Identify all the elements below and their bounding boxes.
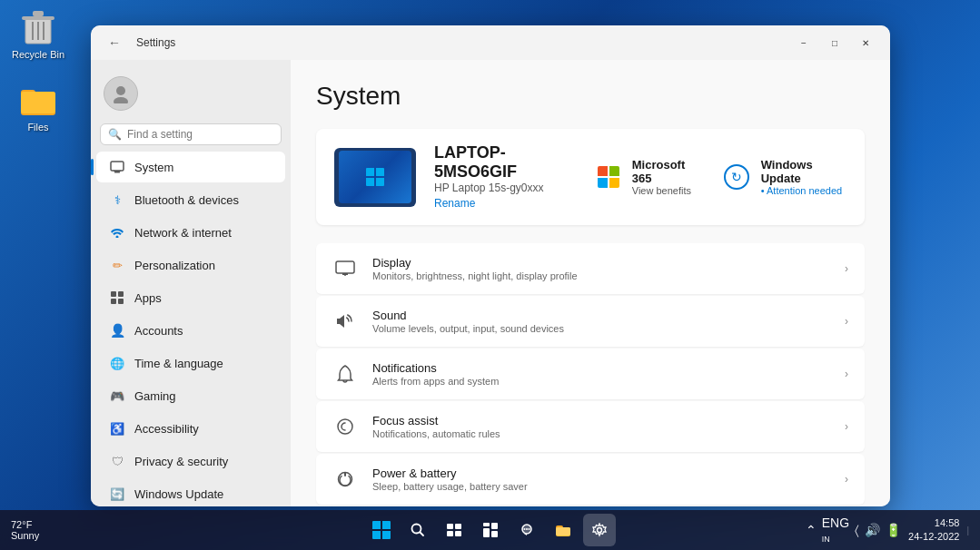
display-title: Display	[372, 256, 830, 270]
sound-text: Sound Volume levels, output, input, soun…	[372, 309, 830, 334]
language-region: IN	[822, 535, 830, 544]
rename-link[interactable]: Rename	[434, 197, 475, 210]
language-indicator[interactable]: ENG IN	[822, 516, 849, 545]
sidebar-item-privacy[interactable]: 🛡 Privacy & security	[96, 446, 285, 476]
privacy-icon: 🛡	[109, 453, 125, 469]
explorer-taskbar-button[interactable]	[547, 514, 579, 546]
battery-icon[interactable]: 🔋	[886, 523, 901, 537]
back-button[interactable]: ←	[102, 30, 127, 55]
start-logo	[372, 521, 391, 539]
sound-desc: Volume levels, output, input, sound devi…	[372, 323, 830, 334]
settings-item-sound[interactable]: Sound Volume levels, output, input, soun…	[316, 296, 865, 347]
sidebar-item-network[interactable]: Network & internet	[96, 217, 285, 248]
svg-rect-17	[111, 299, 116, 304]
settings-item-power[interactable]: Power & battery Sleep, battery usage, ba…	[316, 454, 865, 505]
windows-logo	[366, 168, 384, 186]
gaming-icon: 🎮	[109, 388, 125, 404]
sidebar-item-windows-update-label: Windows Update	[134, 487, 223, 501]
sidebar-item-gaming-label: Gaming	[134, 389, 176, 403]
svg-point-14	[116, 236, 119, 239]
chat-button[interactable]	[510, 514, 543, 546]
weather-condition: Sunny	[11, 530, 39, 541]
svg-rect-38	[491, 531, 498, 537]
laptop-preview	[334, 148, 416, 207]
sidebar-item-accounts[interactable]: 👤 Accounts	[96, 315, 285, 346]
sidebar-item-windows-update[interactable]: 🔄 Windows Update	[96, 478, 285, 506]
svg-point-22	[338, 419, 352, 434]
apps-icon	[109, 290, 125, 306]
display-chevron: ›	[845, 262, 848, 275]
taskbar-weather[interactable]: 72°F Sunny	[11, 519, 39, 541]
svg-rect-34	[455, 531, 461, 536]
time-display: 14:58	[908, 516, 959, 530]
focus-chevron: ›	[845, 420, 848, 433]
files-icon[interactable]: Files	[9, 82, 67, 133]
ms365-text: Microsoft 365 View benefits	[632, 158, 700, 196]
notifications-text: Notifications Alerts from apps and syste…	[372, 361, 830, 387]
search-icon: 🔍	[108, 128, 122, 141]
taskbar-center	[365, 514, 616, 546]
sidebar-item-system[interactable]: System	[96, 152, 285, 182]
settings-item-display[interactable]: Display Monitors, brightness, night ligh…	[316, 243, 865, 294]
sidebar-item-gaming[interactable]: 🎮 Gaming	[96, 380, 285, 411]
power-icon	[332, 467, 358, 492]
clock[interactable]: 14:58 24-12-2022	[908, 516, 959, 545]
language-text: ENG	[822, 516, 849, 530]
avatar[interactable]	[104, 76, 138, 111]
svg-rect-12	[114, 172, 120, 173]
speaker-icon[interactable]: 🔊	[865, 523, 880, 537]
sidebar-item-time-language[interactable]: 🌐 Time & language	[96, 348, 285, 378]
settings-taskbar-button[interactable]	[583, 514, 616, 546]
close-button[interactable]: ✕	[852, 33, 879, 53]
svg-rect-8	[21, 92, 55, 113]
taskbar-search-button[interactable]	[401, 514, 434, 546]
sidebar-item-bluetooth[interactable]: ⚕ Bluetooth & devices	[96, 184, 285, 215]
desktop: Recycle Bin Files ← Settings − □ ✕	[0, 0, 980, 550]
main-panel: System LAPTOP-5MSO6GIF HP Laptop 15s-gy0…	[291, 60, 890, 506]
settings-list: Display Monitors, brightness, night ligh…	[316, 243, 865, 506]
recycle-bin-icon[interactable]: Recycle Bin	[9, 9, 67, 60]
widgets-button[interactable]	[474, 514, 507, 546]
sidebar-item-accessibility[interactable]: ♿ Accessibility	[96, 413, 285, 444]
device-card-extras: Microsoft 365 View benefits ↻ Windows Up…	[593, 158, 846, 196]
wifi-icon[interactable]: 〈	[855, 523, 859, 538]
title-bar-controls: − □ ✕	[790, 33, 879, 53]
sidebar-user	[91, 67, 291, 123]
sidebar-item-apps-label: Apps	[134, 291, 162, 305]
taskbar-left: 72°F Sunny	[11, 519, 39, 541]
sidebar-item-bluetooth-label: Bluetooth & devices	[134, 193, 239, 207]
minimize-button[interactable]: −	[790, 33, 817, 53]
search-box[interactable]: 🔍	[100, 123, 282, 145]
title-bar-left: ← Settings	[102, 30, 175, 55]
svg-rect-16	[118, 291, 124, 297]
ms365-icon	[593, 161, 622, 193]
svg-point-40	[523, 528, 525, 530]
accessibility-icon: ♿	[109, 420, 125, 437]
svg-point-41	[526, 528, 528, 530]
show-desktop-button[interactable]: |	[966, 525, 969, 535]
svg-rect-37	[483, 528, 490, 537]
sidebar-item-time-label: Time & language	[134, 357, 223, 370]
start-button[interactable]	[365, 514, 398, 546]
update-text: Windows Update • Attention needed	[761, 158, 846, 196]
sidebar-item-network-label: Network & internet	[134, 226, 232, 240]
notifications-desc: Alerts from apps and system	[372, 376, 830, 387]
svg-rect-1	[22, 16, 54, 20]
display-text: Display Monitors, brightness, night ligh…	[372, 256, 830, 281]
sidebar-item-personalization[interactable]: ✏ Personalization	[96, 250, 285, 280]
settings-item-focus[interactable]: Focus assist Notifications, automatic ru…	[316, 401, 865, 452]
sidebar-item-apps[interactable]: Apps	[96, 282, 285, 313]
svg-line-30	[420, 533, 423, 536]
systray-up-arrow[interactable]: ⌃	[806, 523, 817, 537]
search-input[interactable]	[127, 128, 273, 141]
settings-item-notifications[interactable]: Notifications Alerts from apps and syste…	[316, 349, 865, 399]
task-view-button[interactable]	[438, 514, 470, 546]
maximize-button[interactable]: □	[821, 33, 848, 53]
title-bar: ← Settings − □ ✕	[91, 25, 890, 60]
svg-rect-13	[114, 171, 121, 172]
taskbar-right: ⌃ ENG IN 〈 🔊 🔋 14:58 24-12-2022 |	[806, 516, 969, 545]
windows-update-icon: 🔄	[109, 486, 125, 502]
systray: ⌃ ENG IN 〈 🔊 🔋	[806, 516, 901, 545]
date-display: 24-12-2022	[908, 530, 959, 544]
update-icon-container: ↻	[722, 161, 751, 193]
